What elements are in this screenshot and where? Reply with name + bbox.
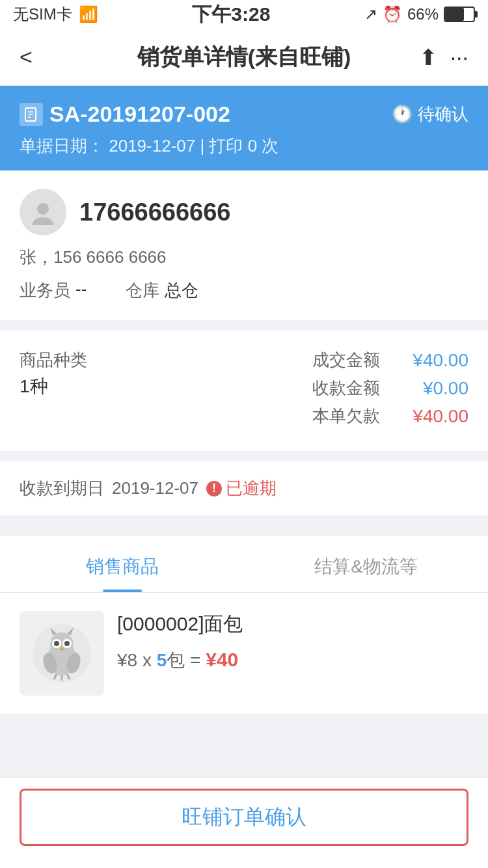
balance-label: 本单欠款 [312, 405, 380, 427]
total-value: ¥40 [206, 649, 238, 670]
warehouse-value: 总仓 [165, 279, 198, 302]
location-icon: ↗ [364, 5, 377, 23]
order-status: 🕐 待确认 [392, 103, 468, 126]
nav-title: 销货单详情(来自旺铺) [72, 42, 416, 72]
order-id: SA-20191207-002 [20, 102, 230, 127]
product-info: [0000002]面包 ¥8 x 5包 = ¥40 [117, 611, 468, 696]
product-code: [0000002] [117, 613, 204, 634]
balance-row: 本单欠款 ¥40.00 [312, 405, 468, 427]
sales-label: 业务员 [20, 279, 70, 302]
nav-bar: < 销货单详情(来自旺铺) ⬆ ··· [0, 29, 488, 86]
price-label: ¥8 x [117, 650, 157, 670]
order-date-value: 2019-12-07 [109, 136, 195, 156]
customer-phone: 17666666666 [79, 198, 230, 226]
quantity-value: 5 [157, 650, 167, 670]
tabs-bar: 销售商品 结算&物流等 [0, 536, 488, 593]
product-name: [0000002]面包 [117, 611, 468, 638]
unit-text: 包 [167, 650, 185, 670]
overdue-badge: ! 已逾期 [206, 477, 277, 500]
divider-1 [0, 526, 488, 536]
summary-right: 成交金额 ¥40.00 收款金额 ¥0.00 本单欠款 ¥40.00 [312, 349, 468, 433]
wangpu-confirm-button[interactable]: 旺铺订单确认 [20, 789, 468, 846]
customer-meta: 业务员 -- 仓库 总仓 [20, 279, 468, 302]
product-name-text: 面包 [204, 613, 243, 634]
status-clock-icon: 🕐 [392, 104, 413, 124]
tab-sales-product[interactable]: 销售商品 [0, 536, 244, 592]
avatar [20, 189, 66, 236]
wifi-icon: 📶 [79, 5, 98, 23]
received-row: 收款金额 ¥0.00 [312, 377, 468, 400]
customer-name: 张，156 6666 6666 [20, 246, 468, 269]
tab-settlement[interactable]: 结算&物流等 [244, 536, 488, 592]
sales-value: -- [75, 279, 87, 302]
product-type-value: 1种 [20, 374, 87, 399]
received-value: ¥0.00 [390, 378, 468, 399]
balance-value: ¥40.00 [390, 406, 468, 427]
bottom-bar: 旺铺订单确认 [0, 778, 488, 868]
order-header: SA-20191207-002 🕐 待确认 单据日期： 2019-12-07 |… [0, 86, 488, 170]
product-price: ¥8 x 5包 = ¥40 [117, 648, 468, 673]
product-type-label: 商品种类 [20, 349, 87, 372]
product-item: [0000002]面包 ¥8 x 5包 = ¥40 [0, 593, 488, 714]
summary-section: 商品种类 1种 成交金额 ¥40.00 收款金额 ¥0.00 本单欠款 ¥40.… [0, 331, 488, 451]
transaction-label: 成交金额 [312, 349, 380, 372]
share-button[interactable]: ⬆ [419, 44, 437, 70]
summary-left: 商品种类 1种 [20, 349, 87, 433]
more-button[interactable]: ··· [450, 44, 468, 70]
order-date-line: 单据日期： 2019-12-07 | 打印 0 次 [20, 135, 468, 157]
print-text: 打印 0 次 [209, 136, 278, 156]
battery-percent: 66% [407, 5, 439, 23]
received-label: 收款金额 [312, 377, 380, 400]
battery-icon [444, 7, 475, 22]
transaction-value: ¥40.00 [390, 350, 468, 371]
nav-right: ⬆ ··· [416, 44, 468, 70]
equals-sign: = [185, 650, 206, 670]
svg-point-14 [64, 641, 70, 646]
carrier-text: 无SIM卡 [13, 4, 72, 25]
due-date-value: 2019-12-07 [112, 478, 198, 498]
due-date-label: 收款到期日 [20, 477, 104, 500]
order-id-icon [20, 103, 43, 126]
nav-left: < [20, 44, 72, 70]
svg-point-5 [33, 217, 53, 225]
time-display: 下午3:28 [192, 1, 270, 28]
status-bar-left: 无SIM卡 📶 [13, 4, 98, 25]
alarm-icon: ⏰ [383, 5, 402, 23]
svg-point-13 [54, 641, 59, 646]
svg-point-4 [37, 203, 49, 215]
product-thumbnail [20, 611, 104, 696]
status-bar-right: ↗ ⏰ 66% [364, 5, 475, 23]
transaction-row: 成交金额 ¥40.00 [312, 349, 468, 372]
overdue-dot-icon: ! [206, 481, 222, 496]
status-bar: 无SIM卡 📶 下午3:28 ↗ ⏰ 66% [0, 0, 488, 29]
warehouse-label: 仓库 [126, 279, 159, 302]
customer-section: 17666666666 张，156 6666 6666 业务员 -- 仓库 总仓 [0, 170, 488, 320]
due-date-section: 收款到期日 2019-12-07 ! 已逾期 [0, 461, 488, 515]
back-button[interactable]: < [20, 44, 33, 70]
overdue-text: 已逾期 [226, 477, 277, 500]
